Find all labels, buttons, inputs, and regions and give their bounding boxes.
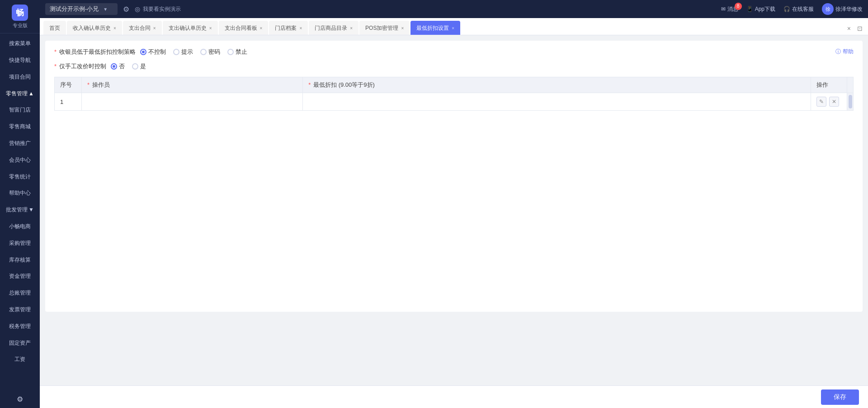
sidebar-item-assets[interactable]: 固定资产 (0, 335, 40, 352)
tab-pos-pwd[interactable]: POS加密管理 × (359, 21, 410, 35)
tab-min-discount[interactable]: 最低折扣设置 × (410, 21, 460, 35)
sidebar-item-contract[interactable]: 项目合同 (0, 69, 40, 85)
tab-min-discount-label: 最低折扣设置 (416, 24, 449, 32)
tab-expense-confirm-history-label: 支出确认单历史 (169, 24, 207, 32)
tab-store-product-label: 门店商品目录 (315, 24, 347, 32)
messages-badge: 8 (735, 3, 742, 10)
tab-expense-contract-board[interactable]: 支出合同看板 × (219, 21, 269, 35)
manual-price-label: * 仅手工改价时控制 (54, 62, 106, 70)
col-min-discount-header: * 最低折扣 (9.00等于9折) (303, 77, 811, 93)
sidebar-item-salary[interactable]: 工资 (0, 351, 40, 368)
discount-control-label: * 收银员低于最低折扣控制策略 (54, 48, 136, 56)
project-name: 测试分开示例-小兄 (50, 5, 99, 13)
sidebar-item-smart-store[interactable]: 智富门店 (0, 102, 40, 118)
tab-expense-confirm-history-close[interactable]: × (209, 26, 212, 31)
help-label: 帮助 (843, 48, 854, 56)
maximize-tab-button[interactable]: ⊡ (855, 24, 864, 33)
online-support-button[interactable]: 🎧 在线客服 (783, 5, 814, 13)
messages-button[interactable]: ✉ 消息 8 (721, 5, 738, 13)
sidebar-item-wholesale[interactable]: 批发管理 ▼ (0, 202, 40, 218)
tabbar: 首页 收入确认单历史 × 支出合同 × 支出确认单历史 × 支出合同看板 × 门… (40, 18, 868, 35)
sidebar-bottom: ⚙ (0, 390, 40, 408)
radio-manual-yes[interactable]: 是 (132, 62, 146, 70)
sidebar-item-search[interactable]: 搜索菜单 (0, 35, 40, 52)
help-button[interactable]: ⓘ 帮助 (835, 48, 854, 56)
sidebar-item-purchase[interactable]: 采购管理 (0, 235, 40, 252)
sidebar-item-ecommerce[interactable]: 小畅电商 (0, 218, 40, 235)
avatar: 徐 (822, 3, 834, 15)
tab-expense-contract-board-label: 支出合同看板 (225, 24, 257, 32)
help-circle-icon: ⓘ (835, 48, 841, 56)
tab-expense-contract-close[interactable]: × (153, 26, 156, 31)
tab-income-history-label: 收入确认单历史 (73, 24, 111, 32)
content-area: ⓘ 帮助 * 收银员低于最低折扣控制策略 不控制 提示 (40, 35, 868, 385)
tab-expense-confirm-history[interactable]: 支出确认单历史 × (163, 21, 218, 35)
sidebar-item-inventory[interactable]: 库存核算 (0, 252, 40, 268)
delete-row-button[interactable]: ✕ (829, 97, 839, 107)
tab-min-discount-close[interactable]: × (452, 26, 454, 31)
tab-expense-contract-board-close[interactable]: × (260, 26, 263, 31)
col-scrollbar-header (847, 77, 854, 93)
sidebar-item-member[interactable]: 会员中心 (0, 152, 40, 169)
radio-no-control-circle (140, 49, 146, 55)
chevron-up-icon: ▲ (28, 90, 34, 98)
tabbar-actions: × ⊡ (845, 24, 864, 35)
scrollbar-handle (849, 95, 852, 108)
tab-store-product[interactable]: 门店商品目录 × (309, 21, 359, 35)
topbar-settings-button[interactable]: ⚙ (123, 5, 129, 14)
radio-forbid-circle (227, 49, 234, 55)
radio-manual-yes-circle (132, 63, 138, 70)
sidebar-item-quicknav[interactable]: 快捷导航 (0, 52, 40, 69)
radio-password[interactable]: 密码 (200, 48, 220, 56)
close-tab-button[interactable]: × (845, 24, 853, 33)
sidebar-item-help[interactable]: 帮助中心 (0, 185, 40, 202)
sidebar-item-marketing[interactable]: 营销推广 (0, 135, 40, 152)
user-menu-button[interactable]: 徐 徐泽华修改 (822, 3, 863, 15)
sidebar-item-funds[interactable]: 资金管理 (0, 268, 40, 285)
app-download-label: App下载 (755, 5, 775, 13)
topbar: 测试分开示例-小兄 ▼ ⚙ ◎ 我要看实例演示 ✉ 消息 8 📱 App下载 🎧… (40, 0, 868, 18)
sidebar-item-stats[interactable]: 零售统计 (0, 169, 40, 185)
radio-forbid[interactable]: 禁止 (227, 48, 247, 56)
main-area: 测试分开示例-小兄 ▼ ⚙ ◎ 我要看实例演示 ✉ 消息 8 📱 App下载 🎧… (40, 0, 868, 408)
demo-link[interactable]: ◎ 我要看实例演示 (135, 5, 181, 13)
radio-hint-circle (173, 49, 179, 55)
radio-hint[interactable]: 提示 (173, 48, 193, 56)
sidebar-item-retail[interactable]: 零售管理 ▲ (0, 85, 40, 102)
project-selector[interactable]: 测试分开示例-小兄 ▼ (45, 3, 118, 15)
user-name: 徐泽华修改 (835, 5, 863, 13)
tab-store-archive-close[interactable]: × (299, 26, 302, 31)
cell-operator[interactable] (82, 93, 303, 111)
discount-control-row: * 收银员低于最低折扣控制策略 不控制 提示 密码 (54, 48, 854, 56)
tab-income-history-close[interactable]: × (113, 26, 116, 31)
app-download-button[interactable]: 📱 App下载 (746, 5, 775, 13)
page-card: ⓘ 帮助 * 收银员低于最低折扣控制策略 不控制 提示 (45, 41, 863, 312)
sidebar-item-tax[interactable]: 税务管理 (0, 318, 40, 335)
col-actions-header: 操作 (811, 77, 847, 93)
sidebar-item-ledger[interactable]: 总账管理 (0, 285, 40, 301)
col-seq-header: 序号 (55, 77, 82, 93)
sidebar-settings-button[interactable]: ⚙ (17, 395, 23, 403)
tab-expense-contract[interactable]: 支出合同 × (123, 21, 162, 35)
save-button[interactable]: 保存 (821, 389, 859, 405)
tab-income-history[interactable]: 收入确认单历史 × (67, 21, 122, 35)
tab-store-archive[interactable]: 门店档案 × (269, 21, 308, 35)
manual-price-row: * 仅手工改价时控制 否 是 (54, 62, 854, 70)
tab-pos-pwd-close[interactable]: × (401, 26, 404, 31)
radio-no-control[interactable]: 不控制 (140, 48, 166, 56)
radio-password-circle (200, 49, 207, 55)
tab-expense-contract-label: 支出合同 (129, 24, 151, 32)
radio-manual-no[interactable]: 否 (111, 62, 125, 70)
edit-row-button[interactable]: ✎ (816, 97, 826, 107)
sidebar-item-online-store[interactable]: 零售商城 (0, 118, 40, 135)
play-icon: ◎ (135, 5, 140, 13)
sidebar: 畅 专业版 搜索菜单 快捷导航 项目合同 零售管理 ▲ 智富门店 零售商城 营销… (0, 0, 40, 408)
tab-store-archive-label: 门店档案 (275, 24, 297, 32)
table-row: 1 ✎ ✕ (55, 93, 854, 111)
tab-home[interactable]: 首页 (43, 21, 66, 35)
tab-store-product-close[interactable]: × (350, 26, 353, 31)
cell-min-discount[interactable] (303, 93, 811, 111)
tab-home-label: 首页 (49, 24, 60, 32)
discount-table: 序号 * 操作员 * 最低折扣 (9.00等于9折) 操作 (54, 77, 854, 111)
sidebar-item-invoice[interactable]: 发票管理 (0, 301, 40, 318)
